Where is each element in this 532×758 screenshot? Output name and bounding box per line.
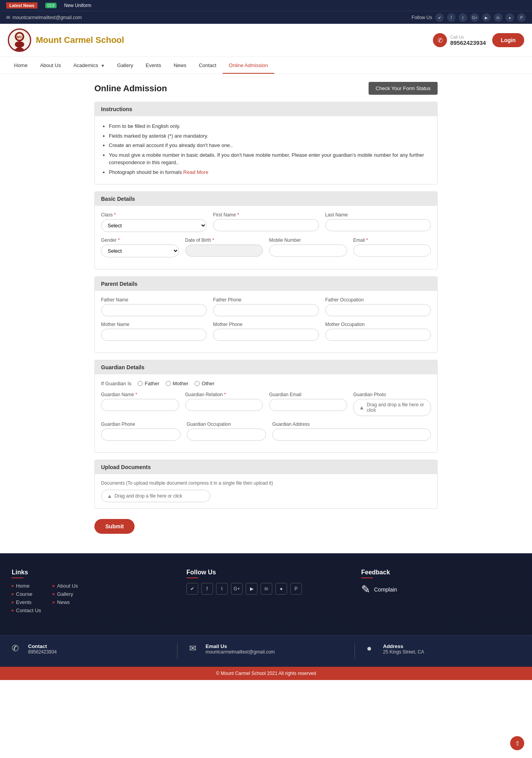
submit-button[interactable]: Submit xyxy=(94,519,135,534)
father-phone-input[interactable] xyxy=(213,304,319,316)
first-name-input[interactable] xyxy=(213,219,319,231)
twitter-icon[interactable]: t xyxy=(459,13,467,22)
footer-events-link[interactable]: Events xyxy=(12,599,41,605)
footer-phone-icon: ✆ xyxy=(12,643,23,654)
footer-youtube-icon[interactable]: ▶ xyxy=(246,583,257,595)
guardian-email-input[interactable] xyxy=(269,399,347,411)
footer-main: Links Home Course Events Contact Us Abou… xyxy=(0,553,532,635)
nav-academics[interactable]: Academics ▼ xyxy=(67,57,111,74)
email-input[interactable] xyxy=(353,244,431,257)
mother-name-group: Mother Name xyxy=(101,322,207,341)
guardian-address-label: Guardian Address xyxy=(272,422,431,427)
pinterest-icon[interactable]: P xyxy=(517,13,526,22)
guardian-email-label: Guardian Email xyxy=(269,392,347,397)
instruction-5: Photograph should be in formals Read Mor… xyxy=(109,168,431,176)
mother-name-input[interactable] xyxy=(101,329,207,341)
documents-upload[interactable]: ▲ Drag and drop a file here or click xyxy=(101,490,210,502)
nav-contact[interactable]: Contact xyxy=(193,57,223,74)
upload-documents-body: Documents (To upload multiple document c… xyxy=(95,474,437,508)
guardian-relation-input[interactable] xyxy=(185,399,263,411)
footer-twitter-icon[interactable]: t xyxy=(216,583,228,595)
gender-select[interactable]: Select Male Female Other xyxy=(101,244,179,257)
guardian-address-input[interactable] xyxy=(272,429,431,441)
footer-email-value: mountcarmelmailtest@gmail.com xyxy=(206,649,275,655)
docs-drag-drop-text: Drag and drop a file here or click xyxy=(115,493,182,499)
nav-online-admission[interactable]: Online Admission xyxy=(223,57,274,74)
instructions-header: Instructions xyxy=(95,102,437,116)
footer-about-link[interactable]: About Us xyxy=(53,583,78,589)
footer-course-link[interactable]: Course xyxy=(12,591,41,597)
phone-icon: ✆ xyxy=(433,33,447,47)
upload-note: Documents (To upload multiple document c… xyxy=(101,480,431,486)
nav-events[interactable]: Events xyxy=(139,57,167,74)
footer-bottom: ✆ Contact 89562423934 ✉ Email Us mountca… xyxy=(0,635,532,667)
footer-copyright: © Mount Carmel School 2021 All rights re… xyxy=(0,667,532,680)
nav-news[interactable]: News xyxy=(167,57,193,74)
guardian-father-option[interactable]: Father xyxy=(138,381,160,386)
check-status-button[interactable]: Check Your Form Status xyxy=(369,82,438,95)
latest-news-label: Latest News xyxy=(6,2,37,9)
footer-follow-header: Follow Us xyxy=(186,569,346,578)
nav-about[interactable]: About Us xyxy=(34,57,67,74)
mother-phone-group: Mother Phone xyxy=(213,322,319,341)
father-name-group: Father Name xyxy=(101,297,207,316)
parent-details-header: Parent Details xyxy=(95,277,437,291)
dob-input[interactable] xyxy=(185,244,263,257)
father-occupation-input[interactable] xyxy=(325,304,431,316)
logo-area: MC Mount Carmel School xyxy=(8,28,124,52)
google-plus-icon[interactable]: G+ xyxy=(470,13,479,22)
footer-contact-link[interactable]: Contact Us xyxy=(12,607,41,613)
linkedin-icon[interactable]: in xyxy=(494,13,502,22)
guardian-father-radio[interactable] xyxy=(138,381,143,386)
guardian-relation-label: Guardian Relation * xyxy=(185,392,263,397)
whatsapp-icon[interactable]: ✔ xyxy=(435,13,444,22)
site-header: MC Mount Carmel School ✆ Call Us 8956242… xyxy=(0,24,532,57)
footer-instagram-icon[interactable]: ● xyxy=(275,583,287,595)
complain-area[interactable]: ✎ Complain xyxy=(361,583,520,596)
dob-group: Date of Birth * xyxy=(185,237,263,257)
nav-gallery[interactable]: Gallery xyxy=(111,57,139,74)
dropdown-arrow: ▼ xyxy=(101,64,105,68)
mother-phone-input[interactable] xyxy=(213,329,319,341)
footer-pinterest-icon[interactable]: P xyxy=(290,583,302,595)
guardian-photo-upload[interactable]: ▲ Drag and drop a file here or click xyxy=(353,399,431,416)
upload-icon: ▲ xyxy=(359,404,365,411)
school-name-area: Mount Carmel School xyxy=(36,35,124,45)
footer-email-icon: ✉ xyxy=(189,643,201,654)
email-group: Email * xyxy=(353,237,431,257)
footer-home-link[interactable]: Home xyxy=(12,583,41,589)
basic-row-2: Gender * Select Male Female Other Date o… xyxy=(101,237,431,257)
footer-news-link[interactable]: News xyxy=(53,599,78,605)
footer-gplus-icon[interactable]: G+ xyxy=(231,583,243,595)
top-bar: Latest News 019 New Uniform xyxy=(0,0,532,11)
footer-gallery-link[interactable]: Gallery xyxy=(53,591,78,597)
facebook-icon[interactable]: f xyxy=(447,13,456,22)
youtube-icon[interactable]: ▶ xyxy=(482,13,491,22)
login-button[interactable]: Login xyxy=(492,33,524,47)
instagram-icon[interactable]: ● xyxy=(505,13,514,22)
nav-home[interactable]: Home xyxy=(8,57,34,74)
father-name-input[interactable] xyxy=(101,304,207,316)
read-more-link[interactable]: Read More xyxy=(183,169,208,175)
last-name-input[interactable] xyxy=(325,219,431,231)
footer-links-col2: About Us Gallery News xyxy=(53,583,78,616)
guardian-mother-radio[interactable] xyxy=(166,381,171,386)
mobile-input[interactable] xyxy=(269,244,347,257)
parent-details-body: Father Name Father Phone Father Occupati… xyxy=(95,291,437,352)
footer-facebook-icon[interactable]: f xyxy=(201,583,213,595)
guardian-name-input[interactable] xyxy=(101,399,179,411)
guardian-phone-input[interactable] xyxy=(101,429,181,441)
footer-linkedin-icon[interactable]: in xyxy=(261,583,272,595)
class-select[interactable]: Select Class 1 Class 2 Class 3 Class 4 C… xyxy=(101,219,207,232)
footer-whatsapp-icon[interactable]: ✔ xyxy=(186,583,198,595)
guardian-other-option[interactable]: Other xyxy=(195,381,215,386)
guardian-occupation-input[interactable] xyxy=(187,429,266,441)
mother-occupation-input[interactable] xyxy=(325,329,431,341)
call-us-label: Call Us xyxy=(450,35,486,39)
guardian-occupation-label: Guardian Occupation xyxy=(187,422,266,427)
guardian-mother-option[interactable]: Mother xyxy=(166,381,188,386)
parent-row-2: Mother Name Mother Phone Mother Occupati… xyxy=(101,322,431,341)
guardian-other-radio[interactable] xyxy=(195,381,200,386)
page-header: Online Admission Check Your Form Status xyxy=(94,82,438,95)
footer-email-item: ✉ Email Us mountcarmelmailtest@gmail.com xyxy=(189,643,343,655)
